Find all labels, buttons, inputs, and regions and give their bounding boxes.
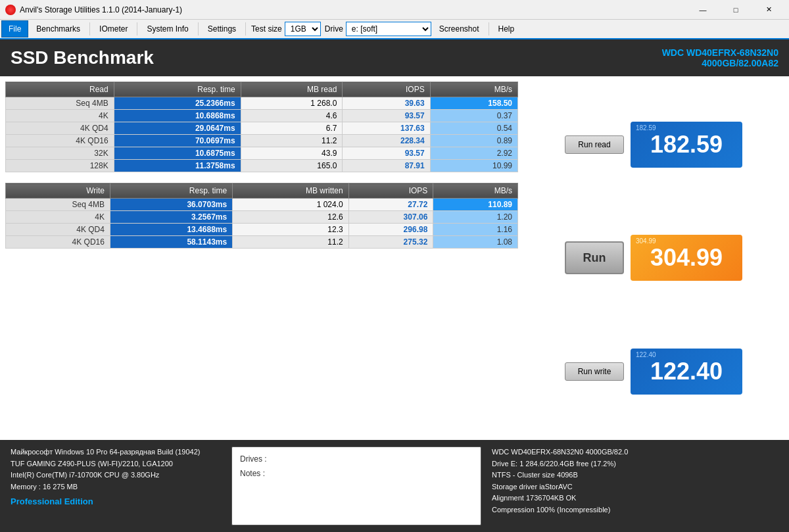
run-write-button[interactable]: Run write <box>565 362 624 381</box>
header-bar: SSD Benchmark WDC WD40EFRX-68N32N0 4000G… <box>0 39 789 76</box>
test-size-group: Test size 1GB <box>251 22 321 36</box>
read-row-iops: 87.91 <box>343 160 430 172</box>
drive-info-line: Alignment 1736704KB OK <box>492 493 778 504</box>
menu-screenshot[interactable]: Screenshot <box>433 20 486 37</box>
read-row-label: 128K <box>6 160 114 172</box>
drive-model: WDC WD40EFRX-68N32N0 <box>662 47 778 58</box>
read-score-label: 182.59 <box>636 124 656 132</box>
write-row-iops: 296.98 <box>348 224 433 236</box>
write-score-value: 122.40 <box>650 358 723 385</box>
drive-select[interactable]: e: [soft] <box>346 22 431 36</box>
read-row-label: 4K <box>6 110 114 122</box>
window-controls: — □ ✕ <box>688 0 784 20</box>
benchmark-area: Read Resp. time MB read IOPS MB/s Seq 4M… <box>5 82 518 435</box>
write-table-row: Seq 4MB 36.0703ms 1 024.0 27.72 110.89 <box>6 199 518 211</box>
drives-label: Drives : <box>240 452 473 467</box>
read-row-label: 4K QD16 <box>6 135 114 147</box>
read-row-mbs: 10.99 <box>430 160 517 172</box>
read-score-value: 182.59 <box>650 131 723 158</box>
write-row-mbs: 1.16 <box>433 224 518 236</box>
title-bar: Anvil's Storage Utilities 1.1.0 (2014-Ja… <box>0 0 789 20</box>
drive-label: Drive <box>325 24 343 34</box>
read-col-mbs: MB/s <box>430 82 517 97</box>
drive-size: 4000GB/82.00A82 <box>662 58 778 68</box>
write-row-iops: 275.32 <box>348 236 433 249</box>
write-row-mbs: 110.89 <box>433 199 518 211</box>
read-table: Read Resp. time MB read IOPS MB/s Seq 4M… <box>5 82 518 172</box>
write-row-resp: 36.0703ms <box>110 199 232 211</box>
read-row-mbs: 158.50 <box>430 97 517 110</box>
read-row-mbs: 0.37 <box>430 110 517 122</box>
sys-info-line: TUF GAMING Z490-PLUS (WI-FI)/2210, LGA12… <box>11 458 221 470</box>
write-table-row: 4K 3.2567ms 12.6 307.06 1.20 <box>6 211 518 224</box>
read-row-label: 32K <box>6 147 114 160</box>
sys-info-line: Intel(R) Core(TM) i7-10700K CPU @ 3.80GH… <box>11 470 221 481</box>
sys-info-line: Memory : 16 275 MB <box>11 481 221 493</box>
write-row-resp: 58.1143ms <box>110 236 232 249</box>
read-col-iops: IOPS <box>343 82 430 97</box>
menu-sep-1 <box>89 22 90 36</box>
write-row-mbs: 1.20 <box>433 211 518 224</box>
write-score-label: 122.40 <box>636 351 656 358</box>
drive-info-line: Storage driver iaStorAVC <box>492 481 778 493</box>
write-row-label: 4K QD16 <box>6 236 110 249</box>
total-score-row: Run 304.99 304.99 <box>565 235 742 281</box>
menu-sep-2 <box>137 22 137 36</box>
read-row-iops: 93.57 <box>343 110 430 122</box>
read-row-iops: 39.63 <box>343 97 430 110</box>
drive-info-line: NTFS - Cluster size 4096B <box>492 470 778 481</box>
test-size-label: Test size <box>251 24 282 34</box>
menu-sysinfo[interactable]: System Info <box>140 20 195 37</box>
write-col-resp: Resp. time <box>110 183 232 199</box>
read-score-row: Run read 182.59 182.59 <box>565 122 742 168</box>
menu-file[interactable]: File <box>1 20 28 37</box>
read-row-label: 4K QD4 <box>6 122 114 135</box>
menu-settings[interactable]: Settings <box>201 20 243 37</box>
drive-info: WDC WD40EFRX-68N32N0 4000GB/82.00A82 <box>662 47 778 68</box>
read-col-mb: MB read <box>241 82 343 97</box>
write-row-label: Seq 4MB <box>6 199 110 211</box>
close-button[interactable]: ✕ <box>753 0 784 20</box>
write-row-label: 4K QD4 <box>6 224 110 236</box>
read-row-mbs: 0.89 <box>430 135 517 147</box>
drive-info-line: WDC WD40EFRX-68N32N0 4000GB/82.0 <box>492 447 778 458</box>
write-score-row: Run write 122.40 122.40 <box>565 349 742 395</box>
menu-help[interactable]: Help <box>492 20 521 37</box>
notes-label: Notes : <box>240 467 473 481</box>
system-info: Майкрософт Windows 10 Pro 64-разрядная B… <box>11 447 221 525</box>
maximize-button[interactable]: □ <box>721 0 751 20</box>
write-col-label: Write <box>6 183 110 199</box>
menu-sep-5 <box>489 22 489 36</box>
menu-sep-4 <box>245 22 246 36</box>
run-read-button[interactable]: Run read <box>565 135 624 154</box>
write-row-mb: 12.6 <box>233 211 349 224</box>
read-row-mb: 6.7 <box>241 122 343 135</box>
footer: Майкрософт Windows 10 Pro 64-разрядная B… <box>0 440 789 532</box>
read-row-mbs: 0.54 <box>430 122 517 135</box>
read-row-iops: 137.63 <box>343 122 430 135</box>
total-score-label: 304.99 <box>636 237 656 245</box>
read-score-box: 182.59 182.59 <box>631 122 742 168</box>
menu-benchmarks[interactable]: Benchmarks <box>30 20 87 37</box>
read-table-row: Seq 4MB 25.2366ms 1 268.0 39.63 158.50 <box>6 97 518 110</box>
drive-detail: WDC WD40EFRX-68N32N0 4000GB/82.0Drive E:… <box>492 447 778 525</box>
menu-iometer[interactable]: IOmeter <box>93 20 134 37</box>
read-table-row: 32K 10.6875ms 43.9 93.57 2.92 <box>6 147 518 160</box>
drive-info-line: Drive E: 1 284.6/220.4GB free (17.2%) <box>492 458 778 470</box>
read-table-row: 4K 10.6868ms 4.6 93.57 0.37 <box>6 110 518 122</box>
read-row-resp: 29.0647ms <box>114 122 241 135</box>
read-col-label: Read <box>6 82 114 97</box>
read-row-mb: 43.9 <box>241 147 343 160</box>
main-content: Read Resp. time MB read IOPS MB/s Seq 4M… <box>0 76 789 440</box>
sys-info-line: Майкрософт Windows 10 Pro 64-разрядная B… <box>11 447 221 458</box>
read-row-mbs: 2.92 <box>430 147 517 160</box>
run-button[interactable]: Run <box>565 241 624 274</box>
write-col-mbs: MB/s <box>433 183 518 199</box>
write-col-iops: IOPS <box>348 183 433 199</box>
test-size-select[interactable]: 1GB <box>285 22 321 36</box>
read-row-resp: 10.6868ms <box>114 110 241 122</box>
read-row-iops: 228.34 <box>343 135 430 147</box>
minimize-button[interactable]: — <box>688 0 718 20</box>
read-row-mb: 4.6 <box>241 110 343 122</box>
read-row-mb: 11.2 <box>241 135 343 147</box>
